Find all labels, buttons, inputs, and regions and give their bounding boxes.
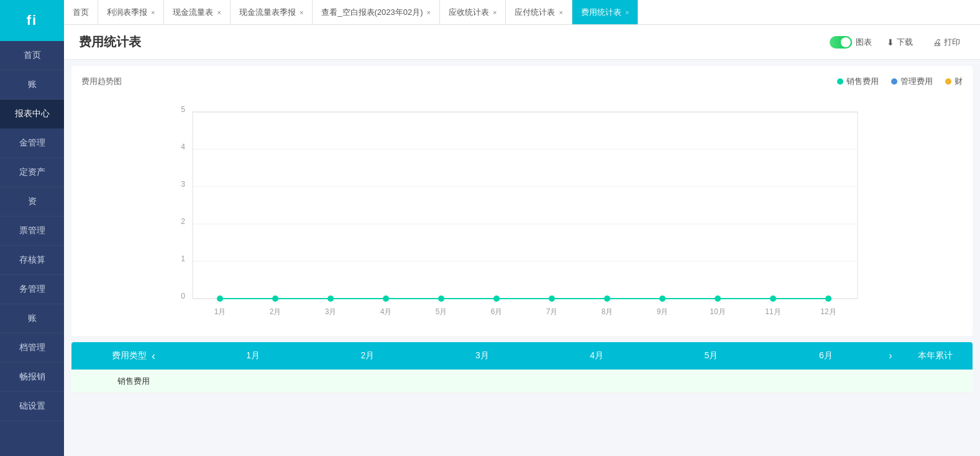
trend-chart: 5 4 3 2 1 0 1月 2月 — [81, 93, 963, 323]
legend-admin: 管理费用 — [891, 76, 933, 87]
svg-text:9月: 9月 — [657, 307, 669, 316]
sidebar-item-service[interactable]: 务管理 — [0, 275, 64, 304]
svg-text:7月: 7月 — [546, 307, 558, 316]
tab-profit-quarterly[interactable]: 利润表季报 × — [98, 0, 164, 25]
tab-close-profit-quarterly[interactable]: × — [151, 9, 155, 16]
svg-text:4月: 4月 — [380, 307, 392, 316]
svg-point-36 — [825, 295, 831, 302]
table-col-type-header: 费用类型 ‹ — [71, 350, 196, 363]
tab-close-expense-stats[interactable]: × — [625, 9, 629, 16]
svg-point-34 — [715, 295, 721, 302]
sidebar-item-fund[interactable]: 金管理 — [0, 129, 64, 158]
legend-dot-admin — [891, 78, 897, 85]
chart-container: 5 4 3 2 1 0 1月 2月 — [81, 93, 963, 326]
tab-close-receivable[interactable]: × — [493, 9, 497, 16]
svg-point-30 — [493, 295, 500, 302]
chart-toggle[interactable] — [830, 36, 852, 49]
sidebar-logo: fi — [0, 0, 64, 41]
sidebar-item-archive[interactable]: 档管理 — [0, 333, 64, 363]
chart-legend: 销售费用 管理费用 财 — [837, 76, 963, 87]
legend-finance: 财 — [945, 76, 963, 87]
main-area: 首页 利润表季报 × 现金流量表 × 现金流量表季报 × 查看_空白报表(202… — [64, 0, 980, 456]
svg-point-27 — [327, 295, 334, 302]
svg-text:8月: 8月 — [602, 307, 613, 316]
sidebar-item-invoice[interactable]: 票管理 — [0, 216, 64, 246]
table-col-total-header: 本年累计 — [898, 350, 973, 361]
header-actions: 图表 ⬇ 下载 🖨 打印 — [830, 34, 965, 50]
next-nav-button[interactable]: › — [883, 350, 898, 361]
svg-point-26 — [272, 295, 278, 302]
table-section: 费用类型 ‹ 1月 2月 3月 4月 5月 6月 › 本年累计 销售费用 — [71, 342, 973, 393]
sidebar-item-ledger[interactable]: 账 — [0, 304, 64, 333]
svg-point-33 — [659, 295, 666, 302]
svg-point-35 — [770, 295, 776, 302]
svg-point-31 — [549, 295, 555, 302]
sidebar-item-reports[interactable]: 报表中心 — [0, 100, 64, 129]
table-row-sales: 销售费用 — [71, 370, 973, 393]
chart-toggle-label: 图表 — [856, 37, 872, 48]
svg-text:3月: 3月 — [325, 307, 337, 316]
tab-expense-stats[interactable]: 费用统计表 × — [572, 0, 638, 25]
svg-text:2月: 2月 — [270, 307, 282, 316]
svg-rect-12 — [193, 112, 858, 299]
tab-close-cashflow[interactable]: × — [217, 9, 221, 16]
svg-point-29 — [438, 295, 444, 302]
sidebar-item-inventory[interactable]: 存核算 — [0, 246, 64, 275]
chart-toggle-wrap[interactable]: 图表 — [830, 36, 872, 49]
svg-text:4: 4 — [181, 142, 185, 151]
svg-point-32 — [604, 295, 610, 302]
sidebar-item-settings[interactable]: 础设置 — [0, 392, 64, 421]
table-col-month-6: 6月 — [769, 350, 883, 361]
svg-text:1: 1 — [181, 254, 185, 263]
page-header: 费用统计表 图表 ⬇ 下载 🖨 打印 — [64, 25, 980, 60]
sidebar-item-expense[interactable]: 畅报销 — [0, 363, 64, 392]
print-icon: 🖨 — [933, 37, 941, 47]
chart-title: 费用趋势图 — [81, 76, 122, 87]
tab-blank-report[interactable]: 查看_空白报表(2023年02月) × — [313, 0, 440, 25]
svg-text:12月: 12月 — [820, 307, 836, 316]
tab-close-blank-report[interactable]: × — [427, 9, 431, 16]
download-button[interactable]: ⬇ 下载 — [882, 34, 918, 50]
sidebar-item-assets[interactable]: 定资产 — [0, 158, 64, 187]
tab-close-cashflow-quarterly[interactable]: × — [300, 9, 303, 16]
svg-text:10月: 10月 — [710, 307, 725, 316]
svg-point-25 — [217, 295, 223, 302]
svg-text:3: 3 — [181, 180, 185, 188]
table-header-row: 费用类型 ‹ 1月 2月 3月 4月 5月 6月 › 本年累计 — [71, 342, 973, 370]
print-button[interactable]: 🖨 打印 — [928, 34, 965, 50]
svg-text:11月: 11月 — [765, 307, 781, 316]
svg-point-28 — [383, 295, 389, 302]
svg-text:5: 5 — [181, 105, 185, 114]
sidebar: fi 首页 账 报表中心 金管理 定资产 资 票管理 存核算 务管理 账 档管理… — [0, 0, 64, 456]
svg-text:1月: 1月 — [214, 307, 226, 316]
svg-text:2: 2 — [181, 217, 185, 226]
table-col-month-4: 4月 — [539, 350, 654, 361]
legend-sales: 销售费用 — [837, 76, 879, 87]
tab-bar: 首页 利润表季报 × 现金流量表 × 现金流量表季报 × 查看_空白报表(202… — [64, 0, 980, 25]
tab-home[interactable]: 首页 — [64, 0, 98, 25]
legend-dot-finance — [945, 78, 951, 85]
sidebar-item-account[interactable]: 账 — [0, 70, 64, 100]
tab-cashflow-quarterly[interactable]: 现金流量表季报 × — [231, 0, 313, 25]
tab-receivable[interactable]: 应收统计表 × — [440, 0, 506, 25]
svg-text:0: 0 — [181, 292, 185, 300]
tab-payable[interactable]: 应付统计表 × — [506, 0, 572, 25]
svg-text:5月: 5月 — [436, 307, 447, 316]
chart-section: 费用趋势图 销售费用 管理费用 财 — [71, 66, 973, 336]
page-title: 费用统计表 — [79, 34, 141, 50]
table-col-month-2: 2月 — [310, 350, 424, 361]
prev-nav-icon[interactable]: ‹ — [152, 350, 155, 363]
chart-header: 费用趋势图 销售费用 管理费用 财 — [81, 76, 963, 87]
sidebar-item-invest[interactable]: 资 — [0, 187, 64, 216]
download-icon: ⬇ — [887, 37, 894, 47]
table-col-month-1: 1月 — [196, 350, 310, 361]
sidebar-item-home[interactable]: 首页 — [0, 41, 64, 70]
tab-cashflow[interactable]: 现金流量表 × — [164, 0, 230, 25]
table-col-month-5: 5月 — [654, 350, 768, 361]
table-col-month-3: 3月 — [425, 350, 539, 361]
table-cell-type-sales: 销售费用 — [71, 376, 196, 387]
content-area: 费用统计表 图表 ⬇ 下载 🖨 打印 费用趋势图 — [64, 25, 980, 456]
svg-text:6月: 6月 — [491, 307, 503, 316]
tab-close-payable[interactable]: × — [559, 9, 562, 16]
legend-dot-sales — [837, 78, 843, 85]
